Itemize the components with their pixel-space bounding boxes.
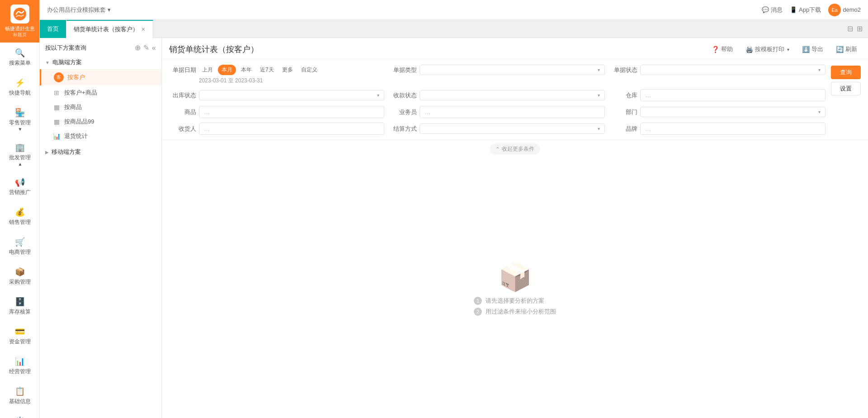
maximize-icon[interactable]: ⊞ [857, 24, 863, 33]
refresh-button[interactable]: 🔄 刷新 [832, 43, 861, 55]
scheme-item-by-customer-product[interactable]: ⊞ 按客户+商品 [40, 86, 161, 100]
scheme-icon-product: ▦ [52, 104, 61, 111]
collapse-button[interactable]: ⌃ 收起更多条件 [490, 143, 540, 155]
scheme-icon-product-99: ▦ [52, 118, 61, 125]
print-button[interactable]: 🖨️ 按模板打印 ▾ [742, 43, 793, 55]
scheme-label-return-stats: 退货统计 [64, 132, 88, 140]
sidebar-item-marketing[interactable]: 📢 营销推广 [0, 172, 39, 202]
print-label: 按模板打印 [755, 45, 784, 53]
export-button[interactable]: ⬇️ 导出 [798, 43, 827, 55]
collapse-panel-icon[interactable]: « [152, 44, 156, 52]
sidebar-item-ecommerce-label: 电商管理 [9, 248, 31, 256]
message-button[interactable]: 💬 消息 [762, 6, 783, 14]
sidebar-item-purchase[interactable]: 📦 采购管理 [0, 261, 39, 291]
app-subtitle: 标题页 [13, 32, 27, 38]
sidebar-item-shortcuts[interactable]: ⚡ 快捷导航 [0, 72, 39, 102]
scheme-group-pc-title[interactable]: ▼ 电脑端方案 [40, 56, 161, 69]
refresh-icon: 🔄 [836, 46, 844, 53]
recipient-placeholder: … [204, 125, 210, 132]
user-profile[interactable]: Ea demo2 [828, 4, 861, 16]
settings-button[interactable]: 设置 [831, 82, 861, 95]
avatar: Ea [828, 4, 841, 16]
filter-grid-wrapper: 单据日期 上月 本月 本年 近7天 更多 自定义 [169, 65, 826, 139]
salesperson-select[interactable]: … [420, 106, 605, 118]
scheme-item-by-product[interactable]: ▦ 按商品 [40, 100, 161, 114]
date-tab-custom[interactable]: 自定义 [298, 65, 321, 75]
page-header: 销货单统计表（按客户） ❓ 帮助 🖨️ 按模板打印 ▾ ⬇️ [162, 38, 868, 59]
sidebar-item-wholesale[interactable]: 🏢 批发管理 ▲ [0, 137, 39, 172]
basic-icon: 📋 [15, 386, 25, 396]
right-panel: 销货单统计表（按客户） ❓ 帮助 🖨️ 按模板打印 ▾ ⬇️ [162, 38, 868, 418]
sidebar-item-finance-label: 资金管理 [9, 338, 31, 346]
date-tab-7days[interactable]: 近7天 [257, 65, 277, 75]
brand-field: 品牌 … [610, 123, 826, 135]
dept-field: 部门 ▾ [610, 106, 826, 118]
sidebar-item-finance[interactable]: 💳 资金管理 [0, 321, 39, 351]
scheme-item-return-stats[interactable]: 📊 退货统计 [40, 129, 161, 143]
sidebar-item-operations[interactable]: 📊 经营管理 [0, 351, 39, 381]
help-icon: ❓ [712, 46, 719, 53]
sidebar-item-inventory[interactable]: 🗄️ 库存核算 [0, 291, 39, 321]
settlement-arrow-icon: ▾ [598, 126, 600, 131]
product-label: 商品 [169, 108, 196, 116]
scheme-item-by-product-99[interactable]: ▦ 按商品品99 [40, 114, 161, 129]
dept-select[interactable]: ▾ [640, 107, 826, 117]
minimize-icon[interactable]: ⊟ [847, 24, 853, 33]
edit-scheme-icon[interactable]: ✎ [143, 43, 149, 52]
date-tab-last-month[interactable]: 上月 [199, 65, 216, 75]
app-selector[interactable]: 办公用品行业模拟账套 ▾ [47, 6, 111, 14]
sidebar-item-system[interactable]: ⚙️ 系统管理 [0, 411, 39, 418]
print-label-area: 按模板打印 ▾ [755, 45, 789, 53]
app-download-button[interactable]: 📱 App下载 [790, 6, 821, 14]
sidebar-item-search[interactable]: 🔍 搜索菜单 [0, 43, 39, 72]
out-status-label: 出库状态 [169, 91, 196, 100]
product-select[interactable]: … [199, 106, 384, 118]
out-status-select[interactable]: ▾ [199, 90, 384, 100]
date-range-text: 2023-03-01 至 2023-03-31 [199, 77, 263, 84]
date-tab-this-month[interactable]: 本月 [218, 65, 236, 75]
chevron-right-icon: ▶ [45, 150, 49, 155]
tab-close-icon[interactable]: ✕ [141, 26, 146, 33]
wholesale-icon: 🏢 [15, 142, 25, 152]
sales-icon: 💰 [15, 207, 25, 217]
date-tab-this-year[interactable]: 本年 [238, 65, 255, 75]
brand-select[interactable]: … [640, 123, 826, 135]
settlement-select[interactable]: ▾ [420, 124, 605, 134]
warehouse-select[interactable]: … [640, 89, 826, 101]
sidebar-item-basic[interactable]: 📋 基础信息 [0, 381, 39, 411]
recipient-select[interactable]: … [199, 123, 384, 135]
export-label: 导出 [811, 45, 823, 53]
sidebar-item-retail[interactable]: 🏪 零售管理 ▼ [0, 102, 39, 137]
sidebar-item-search-label: 搜索菜单 [9, 59, 31, 67]
sidebar: 畅捷通好生意 标题页 🔍 搜索菜单 ⚡ 快捷导航 🏪 零售管理 ▼ 🏢 批发管理… [0, 0, 40, 418]
add-scheme-icon[interactable]: ⊕ [135, 43, 141, 52]
sidebar-item-retail-label: 零售管理 [9, 119, 31, 127]
scheme-icon-customer-product: ⊞ [52, 89, 61, 96]
order-type-select[interactable]: ▾ [420, 65, 605, 75]
hint-number-2: 2 [474, 308, 482, 316]
scheme-label-by-product-99: 按商品品99 [64, 118, 94, 126]
sidebar-item-marketing-label: 营销推广 [9, 189, 31, 196]
scheme-group-mobile: ▶ 移动端方案 [40, 145, 161, 159]
query-button[interactable]: 查询 [831, 66, 861, 79]
scheme-group-mobile-title[interactable]: ▶ 移动端方案 [40, 145, 161, 159]
print-dropdown-arrow: ▾ [787, 47, 789, 52]
empty-hints: 1 请先选择要分析的方案 2 用过滤条件来缩小分析范围 [474, 297, 556, 316]
scheme-label-by-customer: 按客户 [67, 73, 85, 81]
scheme-item-by-customer[interactable]: 客 按客户 [40, 69, 161, 86]
tab-home[interactable]: 首页 [40, 20, 66, 38]
sidebar-item-wholesale-label: 批发管理 [9, 154, 31, 162]
date-tab-more[interactable]: 更多 [279, 65, 296, 75]
app-download-label: App下载 [799, 6, 821, 14]
window-controls: ⊟ ⊞ [847, 24, 868, 33]
tab-sales-stats[interactable]: 销货单统计表（按客户） ✕ [66, 20, 153, 38]
order-status-select[interactable]: ▾ [640, 65, 826, 75]
sidebar-item-sales[interactable]: 💰 销售管理 [0, 202, 39, 232]
sidebar-item-ecommerce[interactable]: 🛒 电商管理 [0, 232, 39, 261]
help-button[interactable]: ❓ 帮助 [708, 43, 736, 55]
collapse-bar: ⌃ 收起更多条件 [162, 139, 868, 158]
date-field: 单据日期 上月 本月 本年 近7天 更多 自定义 [169, 65, 384, 75]
payment-status-select[interactable]: ▾ [420, 90, 605, 100]
warehouse-label: 仓库 [610, 91, 637, 100]
order-status-label: 单据状态 [610, 66, 637, 74]
